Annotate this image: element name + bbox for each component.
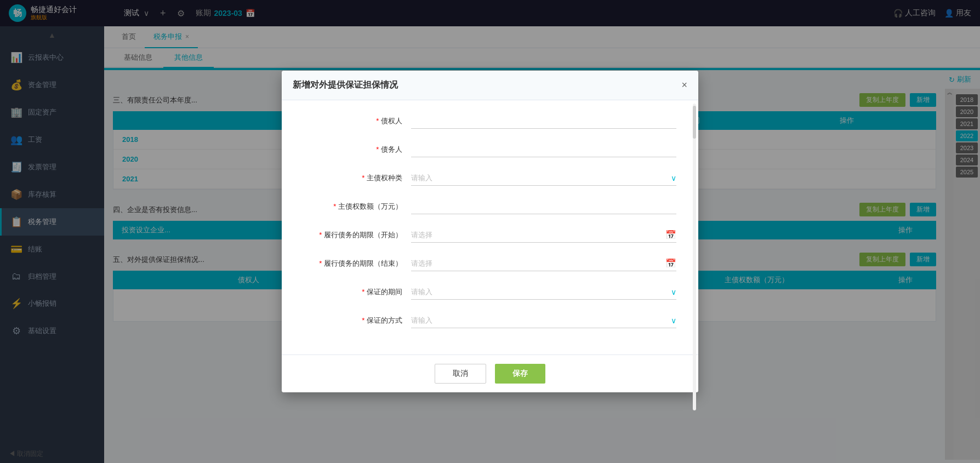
modal-body: * 债权人 * 债务人 * 主债权种类 bbox=[282, 100, 698, 355]
period-start-select-wrapper: 📅 bbox=[411, 227, 676, 243]
debt-type-label: * 主债权种类 bbox=[304, 173, 402, 183]
creditor-input[interactable] bbox=[411, 113, 676, 129]
form-row-debtor: * 债务人 bbox=[304, 142, 676, 157]
form-row-debt-type: * 主债权种类 ∨ bbox=[304, 170, 676, 186]
form-row-guarantee-period: * 保证的期间 ∨ bbox=[304, 284, 676, 300]
form-row-guarantee-method: * 保证的方式 ∨ bbox=[304, 313, 676, 328]
form-row-debt-amount: * 主债权数额（万元） bbox=[304, 199, 676, 214]
modal-footer: 取消 保存 bbox=[282, 355, 698, 392]
guarantee-period-select-wrapper: ∨ bbox=[411, 284, 676, 300]
period-start-calendar-icon[interactable]: 📅 bbox=[665, 230, 676, 240]
modal-scrollbar-track bbox=[693, 104, 696, 410]
debt-amount-input[interactable] bbox=[411, 199, 676, 214]
modal-title: 新增对外提供保证担保情况 bbox=[293, 79, 398, 91]
period-end-calendar-icon[interactable]: 📅 bbox=[665, 258, 676, 268]
guarantee-method-chevron-icon[interactable]: ∨ bbox=[671, 316, 676, 325]
guarantee-method-input[interactable] bbox=[411, 313, 671, 328]
cancel-button[interactable]: 取消 bbox=[435, 364, 486, 384]
creditor-label: * 债权人 bbox=[304, 116, 402, 126]
form-row-period-start: * 履行债务的期限（开始） 📅 bbox=[304, 227, 676, 243]
period-end-select-wrapper: 📅 bbox=[411, 256, 676, 271]
modal-dialog: 新增对外提供保证担保情况 × * 债权人 * 债务人 bbox=[282, 71, 698, 392]
modal-overlay[interactable]: 新增对外提供保证担保情况 × * 债权人 * 债务人 bbox=[0, 0, 980, 463]
period-start-input[interactable] bbox=[411, 227, 665, 242]
modal-scrollbar-thumb[interactable] bbox=[693, 106, 696, 139]
debtor-input[interactable] bbox=[411, 142, 676, 157]
form-row-period-end: * 履行债务的期限（结束） 📅 bbox=[304, 256, 676, 271]
debt-type-select-wrapper: ∨ bbox=[411, 170, 676, 186]
modal-close-button[interactable]: × bbox=[681, 79, 687, 91]
debt-type-chevron-icon[interactable]: ∨ bbox=[671, 174, 676, 182]
guarantee-period-label: * 保证的期间 bbox=[304, 287, 402, 297]
guarantee-period-input[interactable] bbox=[411, 284, 671, 299]
guarantee-method-select-wrapper: ∨ bbox=[411, 313, 676, 328]
debt-type-input[interactable] bbox=[411, 170, 671, 185]
period-end-input[interactable] bbox=[411, 256, 665, 271]
modal-header: 新增对外提供保证担保情况 × bbox=[282, 71, 698, 100]
debtor-label: * 债务人 bbox=[304, 145, 402, 155]
debt-amount-label: * 主债权数额（万元） bbox=[304, 202, 402, 212]
form-row-creditor: * 债权人 bbox=[304, 113, 676, 129]
save-button[interactable]: 保存 bbox=[495, 364, 545, 384]
guarantee-method-label: * 保证的方式 bbox=[304, 316, 402, 325]
period-start-label: * 履行债务的期限（开始） bbox=[304, 230, 402, 240]
guarantee-period-chevron-icon[interactable]: ∨ bbox=[671, 288, 676, 296]
period-end-label: * 履行债务的期限（结束） bbox=[304, 259, 402, 268]
